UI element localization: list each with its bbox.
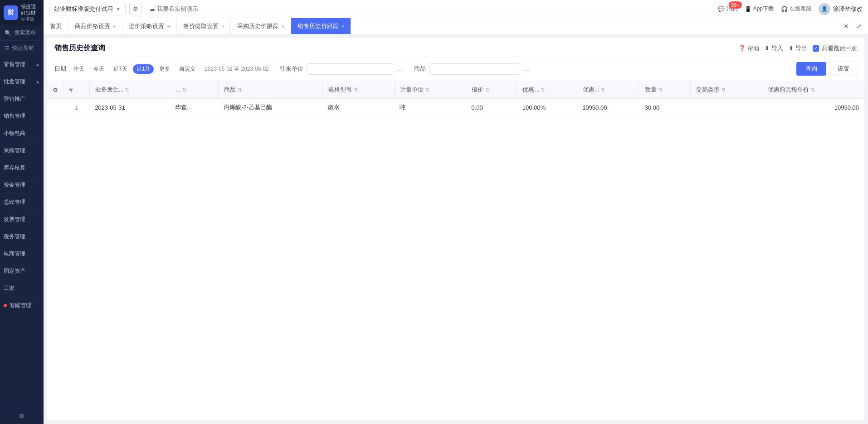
col-extra[interactable]: ... ⇅ bbox=[170, 81, 218, 99]
tab-sales-history[interactable]: 销售历史价跟踪 × bbox=[291, 18, 351, 34]
date-opt-last1m[interactable]: 近1月 bbox=[133, 64, 154, 74]
tab-close-icon[interactable]: × bbox=[113, 24, 116, 29]
product-selector[interactable]: 好业财标准版交付试用 ▼ bbox=[49, 3, 126, 15]
row-extra: 华查... bbox=[170, 99, 218, 116]
sidebar-item-label: 零售管理 bbox=[4, 61, 25, 68]
product-label: 商品 bbox=[414, 65, 426, 73]
product-input[interactable] bbox=[429, 63, 520, 75]
tab-product-price[interactable]: 商品价格设置 × bbox=[68, 18, 122, 34]
app-download-label: App下载 bbox=[753, 5, 774, 13]
app-download-btn[interactable]: 📱 App下载 bbox=[745, 5, 774, 13]
sidebar-item-smart[interactable]: 智能管理 bbox=[0, 297, 44, 314]
sidebar-item-marketing[interactable]: 营销推广 bbox=[0, 91, 44, 108]
sort-icon: ⇅ bbox=[811, 87, 815, 93]
row-qty: 30.00 bbox=[639, 99, 690, 116]
tab-close-icon[interactable]: × bbox=[221, 24, 224, 29]
sidebar-item-payroll[interactable]: 工资 bbox=[0, 280, 44, 297]
sidebar-item-small-ecommerce[interactable]: 小畅电商 bbox=[0, 125, 44, 142]
customer-input[interactable] bbox=[307, 63, 393, 75]
col-price-label: 报价 bbox=[472, 86, 483, 94]
user-name: 徐泽华修改 bbox=[833, 5, 863, 13]
sidebar-item-wholesale[interactable]: 批发管理 ▲ bbox=[0, 73, 44, 91]
sort-icon: ⇅ bbox=[541, 87, 545, 93]
col-date[interactable]: 业务发生... ⇅ bbox=[89, 81, 170, 99]
export-btn[interactable]: ⬆ 导出 bbox=[789, 44, 807, 53]
col-pretax-price[interactable]: 优惠前无税单价 ⇅ bbox=[762, 81, 864, 99]
tab-label: 售价提取设置 bbox=[183, 22, 219, 30]
tab-home[interactable]: 首页 bbox=[44, 18, 68, 34]
sidebar-search-label: 搜索菜单 bbox=[14, 29, 36, 37]
date-options: 昨天 今天 近7天 近1月 更多 自定义 bbox=[70, 64, 199, 74]
logo-text: 畅捷通好业财 bbox=[21, 3, 40, 16]
data-table-wrapper: ⚙ # 业务发生... ⇅ ... ⇅ bbox=[47, 81, 864, 420]
tab-close-icon[interactable]: × bbox=[341, 24, 344, 29]
settings-button[interactable]: 设置 bbox=[830, 62, 857, 76]
tab-close-icon[interactable]: × bbox=[281, 24, 284, 29]
customer-filter-group: 往来单位 … bbox=[280, 63, 403, 75]
table-row[interactable]: 1 2023-05-31 华查... 丙烯酸-2-乙基己酯 散水 吨 0.00 … bbox=[47, 99, 864, 116]
sidebar-item-finance[interactable]: 资金管理 bbox=[0, 177, 44, 194]
message-btn[interactable]: 💬 消息 99+ bbox=[718, 5, 737, 13]
tab-sale-price[interactable]: 售价提取设置 × bbox=[177, 18, 231, 34]
sort-icon: ⇅ bbox=[238, 87, 242, 93]
date-opt-yesterday[interactable]: 昨天 bbox=[70, 64, 88, 74]
date-opt-last7[interactable]: 近7天 bbox=[110, 64, 131, 74]
online-service-btn[interactable]: 🎧 在线客服 bbox=[781, 5, 811, 13]
col-product[interactable]: 商品 ⇅ bbox=[218, 81, 322, 99]
sidebar-menu: 零售管理 ▲ 批发管理 ▲ 营销推广 销售管理 小畅电商 采购管理 库存核算 资… bbox=[0, 56, 44, 408]
sidebar-item-retail[interactable]: 零售管理 ▲ bbox=[0, 56, 44, 73]
date-opt-today[interactable]: 今天 bbox=[90, 64, 108, 74]
col-discount2-label: 优惠... bbox=[583, 86, 600, 94]
tab-purchase-history[interactable]: 采购历史价跟踪 × bbox=[231, 18, 291, 34]
sidebar-item-sales[interactable]: 销售管理 bbox=[0, 108, 44, 125]
sidebar-item-invoice[interactable]: 发票管理 bbox=[0, 211, 44, 228]
sidebar-settings[interactable]: ⚙ bbox=[0, 408, 44, 424]
export-label: 导出 bbox=[795, 44, 807, 53]
sidebar-quick-nav[interactable]: ☰ 快捷导航 bbox=[0, 41, 44, 56]
sidebar-item-ledger[interactable]: 总账管理 bbox=[0, 194, 44, 211]
col-discount1[interactable]: 优惠... ⇅ bbox=[517, 81, 577, 99]
col-qty[interactable]: 数量 ⇅ bbox=[639, 81, 690, 99]
row-spec: 散水 bbox=[322, 99, 394, 116]
sidebar-item-ecommerce[interactable]: 电商管理 bbox=[0, 246, 44, 263]
demo-link[interactable]: ☁ 我要看实例演示 bbox=[149, 5, 198, 13]
col-price[interactable]: 报价 ⇅ bbox=[466, 81, 517, 99]
row-unit: 吨 bbox=[394, 99, 466, 116]
customer-dots-btn[interactable]: … bbox=[397, 65, 403, 72]
sort-icon: ⇅ bbox=[485, 87, 489, 93]
sidebar-item-purchase[interactable]: 采购管理 bbox=[0, 142, 44, 159]
sidebar-search[interactable]: 🔍 搜索菜单 bbox=[0, 25, 44, 41]
sidebar-item-inventory[interactable]: 库存核算 bbox=[0, 159, 44, 177]
col-spec[interactable]: 规格型号 ⇅ bbox=[322, 81, 394, 99]
tab-purchase-strategy[interactable]: 进价策略设置 × bbox=[122, 18, 176, 34]
help-label: 帮助 bbox=[747, 44, 759, 53]
col-settings[interactable]: ⚙ bbox=[47, 81, 64, 99]
tab-maximize-btn[interactable]: ⤢ bbox=[853, 21, 864, 32]
tab-label: 采购历史价跟踪 bbox=[237, 22, 278, 30]
tab-close-window-btn[interactable]: ✕ bbox=[841, 21, 852, 32]
col-discount2[interactable]: 优惠... ⇅ bbox=[577, 81, 639, 99]
date-opt-more[interactable]: 更多 bbox=[156, 64, 174, 74]
query-button[interactable]: 查询 bbox=[796, 62, 826, 76]
user-menu[interactable]: 👤 徐泽华修改 bbox=[819, 3, 863, 15]
col-unit[interactable]: 计量单位 ⇅ bbox=[394, 81, 466, 99]
date-label: 日期 bbox=[54, 65, 66, 73]
sidebar-item-assets[interactable]: 固定资产 bbox=[0, 263, 44, 280]
only-last-checkbox[interactable]: ✓ 只看最后一次 bbox=[813, 44, 857, 53]
cloud-icon: ☁ bbox=[149, 5, 155, 12]
help-btn[interactable]: ❓ 帮助 bbox=[738, 44, 759, 53]
sort-icon: ⇅ bbox=[658, 87, 663, 93]
online-service-label: 在线客服 bbox=[790, 5, 811, 13]
import-btn[interactable]: ⬇ 导入 bbox=[765, 44, 783, 53]
nav-icon: ☰ bbox=[5, 45, 10, 52]
import-icon: ⬇ bbox=[765, 45, 770, 52]
search-icon: 🔍 bbox=[5, 30, 11, 36]
sort-icon: ⇅ bbox=[354, 87, 358, 93]
sidebar-item-tax[interactable]: 税务管理 bbox=[0, 228, 44, 246]
date-opt-custom[interactable]: 自定义 bbox=[176, 64, 199, 74]
product-dots-btn[interactable]: … bbox=[524, 65, 530, 72]
tab-close-icon[interactable]: × bbox=[167, 24, 170, 29]
topbar-settings-icon[interactable]: ⚙ bbox=[129, 3, 142, 15]
sidebar-item-label: 电商管理 bbox=[4, 250, 25, 258]
col-tx-type[interactable]: 交易类型 ⇅ bbox=[690, 81, 762, 99]
